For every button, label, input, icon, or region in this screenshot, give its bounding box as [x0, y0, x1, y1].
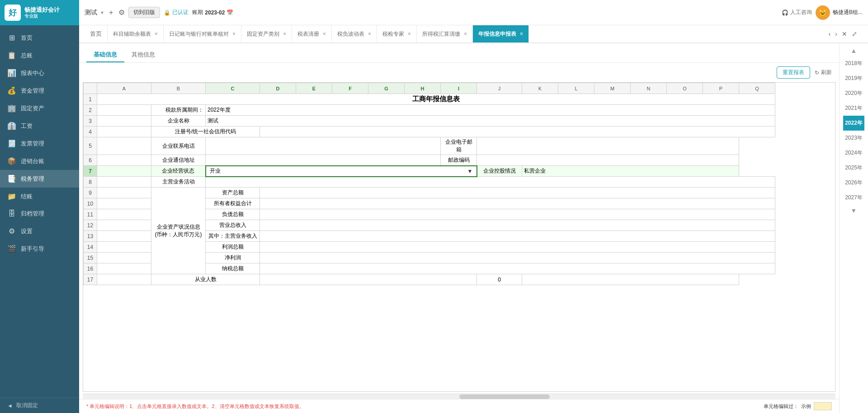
cell-14-d[interactable] [260, 242, 775, 253]
year-up-button[interactable]: ▲ [849, 45, 859, 56]
cell-7-k[interactable]: 私营企业 [522, 166, 739, 177]
table-row: 17 从业人数 0 [84, 274, 775, 285]
year-item-2027年[interactable]: 2027年 [843, 190, 864, 205]
sidebar-icon-10: 🗄 [7, 210, 16, 218]
tab-close-3[interactable]: × [283, 31, 286, 37]
tab-close-all-button[interactable]: ✕ [840, 29, 849, 38]
sidebar-item-进销台账[interactable]: 📦进销台账 [0, 152, 79, 170]
dropdown-arrow-icon[interactable]: ▼ [467, 168, 473, 174]
reset-report-button[interactable]: 重置报表 [777, 66, 810, 79]
add-tab-button[interactable]: + [107, 9, 115, 17]
cell-6-k[interactable] [477, 155, 739, 166]
tab-4[interactable]: 税表清册× [292, 25, 332, 43]
sidebar-item-归档管理[interactable]: 🗄归档管理 [0, 205, 79, 222]
tab-close-4[interactable]: × [323, 31, 326, 37]
content-area: 基础信息其他信息 重置报表 ↻ 刷新 A B C [79, 43, 868, 413]
cell-16-c: 纳税总额 [206, 263, 260, 274]
cell-8-c[interactable] [206, 177, 775, 188]
tab-5[interactable]: 税负波动表× [332, 25, 377, 43]
tab-close-6[interactable]: × [408, 31, 411, 37]
cell-4-c[interactable] [260, 127, 775, 137]
cell-17-c[interactable] [260, 274, 477, 285]
col-header-j: J [477, 83, 522, 94]
sidebar-icon-6: 🧾 [7, 139, 16, 148]
project-dropdown-icon[interactable]: ▾ [101, 9, 104, 16]
pin-icon: ◄ [7, 403, 13, 409]
sidebar-label-8: 税务管理 [21, 175, 44, 183]
tab-1[interactable]: 科目辅助余额表× [108, 25, 164, 43]
year-item-2020年[interactable]: 2020年 [843, 86, 864, 101]
sidebar-item-新手引导[interactable]: 🎬新手引导 [0, 240, 79, 258]
cell-5-c[interactable] [206, 137, 441, 155]
cell-11-d[interactable] [260, 209, 775, 220]
settings-icon[interactable]: ⚙ [118, 8, 125, 17]
sidebar-item-固定资产[interactable]: 🏢固定资产 [0, 99, 79, 117]
service-button[interactable]: 🎧 人工咨询 [782, 9, 812, 16]
sub-tab-1[interactable]: 其他信息 [124, 48, 162, 62]
year-item-2019年[interactable]: 2019年 [843, 71, 864, 86]
tab-3[interactable]: 固定资产类别× [241, 25, 292, 43]
cell-5-k[interactable] [477, 137, 739, 155]
cell-12-d[interactable] [260, 220, 775, 231]
year-item-2023年[interactable]: 2023年 [843, 131, 864, 145]
tab-8[interactable]: 年报信息申报表× [473, 25, 529, 43]
tab-close-5[interactable]: × [368, 31, 371, 37]
sidebar-item-报表中心[interactable]: 📊报表中心 [0, 64, 79, 82]
cell-7-c-active[interactable]: 开业 ▼ [206, 166, 477, 177]
col-header-h: H [405, 83, 441, 94]
tab-6[interactable]: 税检专家× [377, 25, 417, 43]
tab-close-2[interactable]: × [232, 31, 236, 37]
tab-close-1[interactable]: × [155, 31, 158, 37]
cell-15-d[interactable] [260, 253, 775, 263]
sidebar-item-工资[interactable]: 👔工资 [0, 117, 79, 135]
tab-next-button[interactable]: › [833, 29, 839, 38]
column-header-row: A B C D E F G H I J K L M [84, 83, 775, 94]
sidebar-item-总账[interactable]: 📋总账 [0, 47, 79, 64]
tab-expand-button[interactable]: ⤢ [850, 29, 859, 38]
cell-7-a [97, 166, 151, 177]
tab-7[interactable]: 所得税汇算清缴× [417, 25, 473, 43]
sidebar-item-税务管理[interactable]: 📑税务管理 [0, 170, 79, 188]
sidebar-item-首页[interactable]: ⊞首页 [0, 29, 79, 47]
old-version-button[interactable]: 切到旧版 [128, 7, 160, 18]
table-title-cell[interactable]: 工商年报信息表 [97, 94, 775, 105]
year-item-2024年[interactable]: 2024年 [843, 145, 864, 160]
year-item-2025年[interactable]: 2025年 [843, 160, 864, 175]
horizontal-scrollbar[interactable] [83, 394, 835, 399]
refresh-button[interactable]: ↻ 刷新 [815, 69, 832, 76]
sidebar-item-设置[interactable]: ⚙设置 [0, 222, 79, 240]
year-item-2026年[interactable]: 2026年 [843, 175, 864, 190]
tab-prev-button[interactable]: ‹ [827, 29, 833, 38]
cell-15-c: 净利润 [206, 253, 260, 263]
year-item-2022年[interactable]: 2022年 [843, 116, 864, 131]
tab-0[interactable]: 首页 [85, 25, 108, 43]
cell-10-d[interactable] [260, 198, 775, 209]
cell-3-c[interactable]: 测试 [206, 116, 775, 127]
cell-16-d[interactable] [260, 263, 775, 274]
cell-2-c[interactable]: 2022年度 [206, 105, 775, 116]
scrollbar-thumb[interactable] [459, 394, 550, 399]
tab-close-7[interactable]: × [464, 31, 467, 37]
cell-3-a [97, 116, 151, 127]
tab-2[interactable]: 日记账与银行对账单核对× [164, 25, 241, 43]
sidebar-label-4: 固定资产 [21, 104, 44, 113]
tab-close-8[interactable]: × [520, 31, 523, 37]
cell-6-c[interactable] [206, 155, 441, 166]
year-item-2018年[interactable]: 2018年 [843, 56, 864, 71]
sidebar-item-资金管理[interactable]: 💰资金管理 [0, 82, 79, 99]
cancel-fix-button[interactable]: ◄ 取消固定 [0, 398, 79, 413]
year-down-button[interactable]: ▼ [849, 205, 859, 216]
user-menu[interactable]: 🐱 畅捷通B组... [816, 5, 863, 20]
calendar-icon[interactable]: 📅 [226, 9, 233, 16]
spreadsheet-table: A B C D E F G H I J K L M [83, 83, 775, 285]
spreadsheet-container[interactable]: A B C D E F G H I J K L M [83, 82, 835, 392]
sidebar-item-结账[interactable]: 📁结账 [0, 188, 79, 205]
cell-9-d[interactable] [260, 188, 775, 198]
sidebar-item-发票管理[interactable]: 🧾发票管理 [0, 135, 79, 152]
sub-tab-0[interactable]: 基础信息 [86, 48, 124, 62]
cell-13-d[interactable] [260, 231, 775, 242]
year-item-2021年[interactable]: 2021年 [843, 101, 864, 116]
cell-17-k[interactable] [522, 274, 739, 285]
cell-7-j: 企业控股情况 [477, 166, 522, 177]
bottom-info: * 单元格编辑说明：1、点击单元格直接录入数值或文本。2、清空单元格数值或文本恢… [79, 399, 839, 413]
